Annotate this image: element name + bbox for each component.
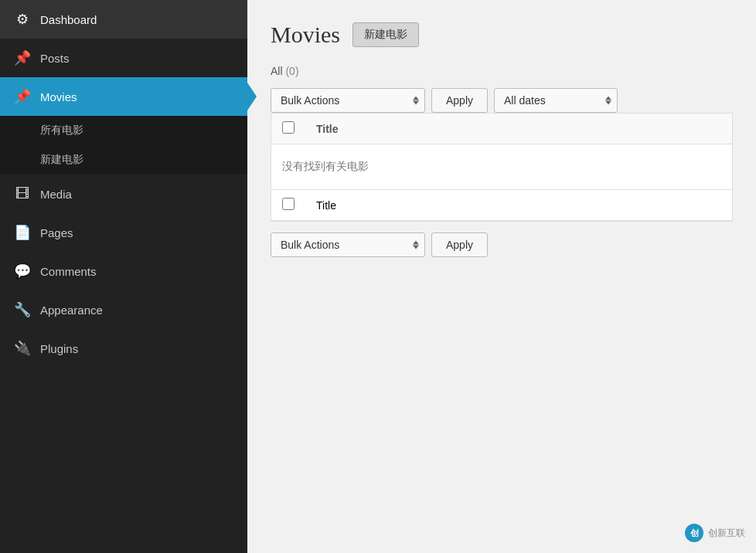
table-footer-row: Title (271, 190, 732, 221)
footer-title-cell: Title (305, 190, 732, 221)
sidebar-item-label: Appearance (40, 304, 103, 317)
empty-message: 没有找到有关电影 (271, 144, 732, 190)
comments-icon: 💬 (14, 263, 31, 280)
footer-checkbox-cell (271, 190, 305, 221)
footer-checkbox[interactable] (282, 198, 295, 210)
filter-all-label: All (271, 65, 283, 77)
submenu-item-new-movie[interactable]: 新建电影 (0, 145, 247, 175)
page-title: Movies (271, 22, 340, 48)
bulk-actions-select-bottom[interactable]: Bulk Actions Edit Move to Trash (271, 232, 425, 257)
dates-select-wrapper: All dates (494, 88, 618, 113)
sidebar-item-dashboard[interactable]: ⚙ Dashboard (0, 0, 247, 39)
movies-icon: 📌 (14, 88, 31, 105)
top-toolbar: Bulk Actions Edit Move to Trash Apply Al… (271, 88, 733, 113)
sidebar-item-label: Dashboard (40, 13, 97, 26)
sidebar-item-label: Comments (40, 265, 97, 278)
movies-table: Title 没有找到有关电影 Title (271, 114, 732, 221)
table-body: 没有找到有关电影 Title (271, 144, 732, 221)
filter-count: (0) (285, 65, 298, 77)
sidebar-item-comments[interactable]: 💬 Comments (0, 252, 247, 290)
watermark: 创 创新互联 (685, 524, 745, 542)
sidebar-item-label: Posts (40, 52, 70, 65)
select-all-checkbox[interactable] (282, 121, 295, 134)
sidebar-item-appearance[interactable]: 🔧 Appearance (0, 290, 247, 329)
sidebar-item-label: Movies (40, 90, 77, 103)
sidebar-item-plugins[interactable]: 🔌 Plugins (0, 329, 247, 368)
media-icon: 🎞 (14, 185, 31, 202)
pages-icon: 📄 (14, 224, 31, 241)
sidebar-item-pages[interactable]: 📄 Pages (0, 213, 247, 252)
watermark-logo: 创 (685, 524, 703, 542)
posts-icon: 📌 (14, 49, 31, 66)
submenu-item-all-movies[interactable]: 所有电影 (0, 116, 247, 145)
sidebar-item-label: Media (40, 188, 72, 201)
sidebar-item-label: Plugins (40, 342, 78, 355)
sidebar-item-media[interactable]: 🎞 Media (0, 175, 247, 213)
dashboard-icon: ⚙ (14, 11, 31, 28)
header-title-cell: Title (305, 114, 732, 144)
main-content: Movies 新建电影 All (0) Bulk Actions Edit Mo… (247, 0, 756, 553)
movies-submenu: 所有电影 新建电影 (0, 116, 247, 175)
header-title-label: Title (316, 123, 339, 135)
watermark-text: 创新互联 (708, 527, 745, 540)
new-movie-button[interactable]: 新建电影 (352, 22, 419, 47)
bulk-actions-select-top[interactable]: Bulk Actions Edit Move to Trash (271, 88, 425, 113)
movies-table-container: Title 没有找到有关电影 Title (271, 113, 733, 222)
sidebar-item-movies[interactable]: 📌 Movies (0, 77, 247, 116)
header-checkbox-cell (271, 114, 305, 144)
apply-button-top[interactable]: Apply (431, 88, 488, 113)
filter-bar: All (0) (271, 65, 733, 77)
page-header: Movies 新建电影 (271, 22, 733, 48)
filter-all-link[interactable]: All (0) (271, 65, 299, 77)
sidebar-item-label: Pages (40, 226, 73, 239)
sidebar: ⚙ Dashboard 📌 Posts 📌 Movies 所有电影 新建电影 🎞… (0, 0, 247, 553)
bulk-actions-wrapper: Bulk Actions Edit Move to Trash (271, 88, 425, 113)
appearance-icon: 🔧 (14, 301, 31, 318)
table-header-row: Title (271, 114, 732, 144)
sidebar-item-posts[interactable]: 📌 Posts (0, 39, 247, 77)
apply-button-bottom[interactable]: Apply (431, 232, 488, 257)
bulk-actions-bottom-wrapper: Bulk Actions Edit Move to Trash (271, 232, 425, 257)
empty-row: 没有找到有关电影 (271, 144, 732, 190)
footer-title-label: Title (316, 199, 336, 212)
plugins-icon: 🔌 (14, 340, 31, 357)
bottom-toolbar: Bulk Actions Edit Move to Trash Apply (271, 232, 733, 257)
dates-select[interactable]: All dates (494, 88, 618, 113)
table-header: Title (271, 114, 732, 144)
